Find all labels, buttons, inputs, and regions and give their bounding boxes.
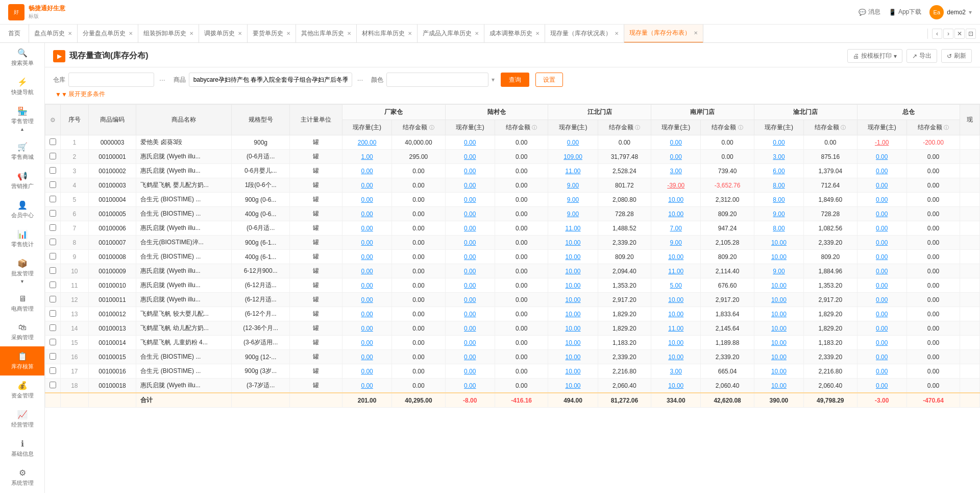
sidebar-item-retail-stats[interactable]: 📊 零售统计: [0, 224, 44, 253]
row-total-qty-11[interactable]: 0.00: [857, 293, 906, 307]
row-yubei-qty-6[interactable]: 8.00: [754, 221, 803, 236]
row-factory-qty-11[interactable]: 0.00: [342, 293, 391, 307]
row-yubei-qty-8[interactable]: 10.00: [754, 250, 803, 264]
row-yubei-qty-16[interactable]: 10.00: [754, 364, 803, 379]
row-lu-qty-2[interactable]: 0.00: [445, 164, 495, 178]
row-jiangbei-qty-7[interactable]: 10.00: [548, 236, 598, 250]
tab-close-6[interactable]: ✕: [408, 31, 412, 36]
row-yubei-qty-0[interactable]: 0.00: [754, 135, 803, 150]
info-icon-4[interactable]: ⓘ: [738, 125, 743, 130]
row-nanan-qty-13[interactable]: 11.00: [651, 321, 701, 336]
row-total-qty-1[interactable]: 0.00: [857, 150, 906, 164]
row-jiangbei-qty-10[interactable]: 10.00: [548, 278, 598, 293]
row-lu-qty-8[interactable]: 0.00: [445, 250, 495, 264]
row-jiangbei-qty-3[interactable]: 9.00: [548, 178, 598, 193]
message-btn[interactable]: 💬 消息: [859, 8, 880, 16]
tab-close-all-btn[interactable]: ✕: [954, 29, 965, 39]
row-nanan-qty-2[interactable]: 3.00: [651, 164, 701, 178]
row-yubei-qty-2[interactable]: 6.00: [754, 164, 803, 178]
expand-conditions-btn[interactable]: ▼▼ 展开更多条件: [55, 90, 972, 99]
row-yubei-qty-3[interactable]: 8.00: [754, 178, 803, 193]
row-yubei-qty-14[interactable]: 10.00: [754, 336, 803, 350]
row-lu-qty-1[interactable]: 0.00: [445, 150, 495, 164]
row-checkbox-8[interactable]: [45, 250, 61, 264]
row-checkbox-13[interactable]: [45, 321, 61, 336]
tab-close-7[interactable]: ✕: [475, 31, 479, 36]
tab-close-0[interactable]: ✕: [68, 31, 72, 36]
info-icon-1[interactable]: ⓘ: [429, 125, 434, 130]
refresh-btn[interactable]: ↺ 刷新: [941, 49, 972, 63]
row-checkbox-11[interactable]: [45, 293, 61, 307]
color-input[interactable]: [386, 73, 488, 87]
row-total-qty-16[interactable]: 0.00: [857, 364, 906, 379]
row-lu-qty-4[interactable]: 0.00: [445, 193, 495, 207]
row-jiangbei-qty-2[interactable]: 11.00: [548, 164, 598, 178]
row-total-qty-12[interactable]: 0.00: [857, 307, 906, 321]
tab-1[interactable]: 分量盘点单历史 ✕: [78, 25, 138, 43]
row-lu-qty-17[interactable]: 0.00: [445, 379, 495, 393]
row-factory-qty-14[interactable]: 0.00: [342, 336, 391, 350]
row-yubei-qty-9[interactable]: 9.00: [754, 264, 803, 278]
row-yubei-qty-4[interactable]: 8.00: [754, 193, 803, 207]
row-jiangbei-qty-12[interactable]: 10.00: [548, 307, 598, 321]
row-checkbox-7[interactable]: [45, 236, 61, 250]
row-jiangbei-qty-16[interactable]: 10.00: [548, 364, 598, 379]
goods-input[interactable]: [189, 73, 352, 87]
tab-home[interactable]: 首页: [0, 25, 29, 43]
row-factory-qty-17[interactable]: 0.00: [342, 379, 391, 393]
row-nanan-qty-11[interactable]: 10.00: [651, 293, 701, 307]
row-total-qty-17[interactable]: 0.00: [857, 379, 906, 393]
row-jiangbei-qty-9[interactable]: 10.00: [548, 264, 598, 278]
row-lu-qty-10[interactable]: 0.00: [445, 278, 495, 293]
row-checkbox-4[interactable]: [45, 193, 61, 207]
row-factory-qty-15[interactable]: 0.00: [342, 350, 391, 364]
tab-close-9[interactable]: ✕: [615, 31, 619, 36]
tab-close-2[interactable]: ✕: [189, 31, 193, 36]
export-btn[interactable]: ↗ 导出: [906, 49, 937, 63]
row-jiangbei-qty-14[interactable]: 10.00: [548, 336, 598, 350]
tab-close-4[interactable]: ✕: [286, 31, 290, 36]
row-factory-qty-13[interactable]: 0.00: [342, 321, 391, 336]
row-nanan-qty-15[interactable]: 10.00: [651, 350, 701, 364]
row-factory-qty-0[interactable]: 200.00: [342, 135, 391, 150]
row-total-qty-4[interactable]: 0.00: [857, 193, 906, 207]
tab-close-3[interactable]: ✕: [238, 31, 242, 36]
row-factory-qty-10[interactable]: 0.00: [342, 278, 391, 293]
sidebar-item-quicknav[interactable]: ⚡ 快捷导航: [0, 72, 44, 101]
row-nanan-qty-5[interactable]: 10.00: [651, 207, 701, 221]
tab-8[interactable]: 成本调整单历史 ✕: [484, 25, 545, 43]
row-nanan-qty-7[interactable]: 9.00: [651, 236, 701, 250]
row-total-qty-2[interactable]: 0.00: [857, 164, 906, 178]
tab-next-btn[interactable]: ›: [943, 29, 953, 39]
row-total-qty-14[interactable]: 0.00: [857, 336, 906, 350]
row-total-qty-13[interactable]: 0.00: [857, 321, 906, 336]
row-lu-qty-6[interactable]: 0.00: [445, 221, 495, 236]
info-icon-2[interactable]: ⓘ: [532, 125, 537, 130]
row-yubei-qty-13[interactable]: 10.00: [754, 321, 803, 336]
tab-close-1[interactable]: ✕: [129, 31, 133, 36]
row-nanan-qty-6[interactable]: 7.00: [651, 221, 701, 236]
row-jiangbei-qty-0[interactable]: 0.00: [548, 135, 598, 150]
query-btn[interactable]: 查询: [501, 73, 529, 87]
row-jiangbei-qty-13[interactable]: 10.00: [548, 321, 598, 336]
sidebar-item-operation[interactable]: 📈 经营管理: [0, 405, 44, 434]
row-lu-qty-7[interactable]: 0.00: [445, 236, 495, 250]
row-jiangbei-qty-5[interactable]: 9.00: [548, 207, 598, 221]
sidebar-item-finance[interactable]: 💰 资金管理: [0, 375, 44, 405]
sidebar-item-retail-mgmt[interactable]: 🏪 零售管理 ▲: [0, 101, 44, 137]
warehouse-ellipsis-btn[interactable]: ···: [157, 76, 167, 84]
row-nanan-qty-14[interactable]: 10.00: [651, 336, 701, 350]
sidebar-item-wholesale[interactable]: 📦 批发管理 ▼: [0, 253, 44, 289]
row-total-qty-10[interactable]: 0.00: [857, 278, 906, 293]
warehouse-input[interactable]: [68, 73, 154, 87]
row-jiangbei-qty-6[interactable]: 11.00: [548, 221, 598, 236]
row-factory-qty-3[interactable]: 0.00: [342, 178, 391, 193]
tab-10-active[interactable]: 现存量（库存分布表） ✕: [624, 25, 703, 43]
sidebar-item-system[interactable]: ⚙ 系统管理: [0, 463, 44, 492]
row-nanan-qty-10[interactable]: 5.00: [651, 278, 701, 293]
settings-btn[interactable]: 设置: [535, 73, 563, 87]
tab-6[interactable]: 材料出库单历史 ✕: [357, 25, 418, 43]
row-total-qty-15[interactable]: 0.00: [857, 350, 906, 364]
tab-2[interactable]: 组装拆卸单历史 ✕: [138, 25, 199, 43]
tab-4[interactable]: 要货单历史 ✕: [248, 25, 296, 43]
